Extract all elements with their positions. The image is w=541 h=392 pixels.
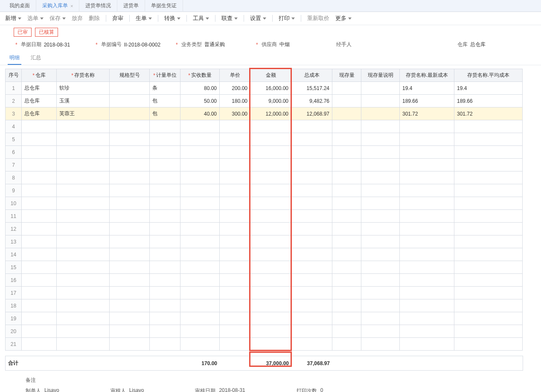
cell-empty[interactable]: [454, 171, 523, 184]
cell-empty[interactable]: [57, 261, 110, 274]
cell-empty[interactable]: [220, 159, 250, 171]
cell-empty[interactable]: [332, 274, 361, 287]
more-button[interactable]: 更多: [335, 15, 352, 22]
cell-empty[interactable]: [250, 235, 291, 248]
cell-empty[interactable]: [180, 120, 220, 133]
cell-empty[interactable]: [110, 235, 150, 248]
cell-empty[interactable]: [150, 146, 180, 159]
cell-empty[interactable]: [250, 159, 291, 171]
cell-empty[interactable]: [180, 312, 220, 325]
cell-empty[interactable]: [332, 133, 361, 146]
cell-empty[interactable]: [291, 133, 332, 146]
cell-empty[interactable]: [250, 133, 291, 146]
cell-empty[interactable]: [332, 338, 361, 351]
col-header-warehouse[interactable]: *仓库: [22, 69, 57, 82]
cell-empty[interactable]: [150, 159, 180, 171]
cell-spec[interactable]: [110, 82, 150, 95]
cell-empty[interactable]: [150, 133, 180, 146]
cell-empty[interactable]: [22, 312, 57, 325]
cell-empty[interactable]: [291, 261, 332, 274]
cell-empty[interactable]: [291, 159, 332, 171]
tab-summary[interactable]: 汇总: [29, 52, 43, 65]
cell-empty[interactable]: [361, 261, 400, 274]
cell-empty[interactable]: [400, 223, 454, 235]
cell-spec[interactable]: [110, 107, 150, 120]
cell-amount[interactable]: 12,000.00: [250, 107, 291, 120]
cell-price[interactable]: 300.00: [220, 107, 250, 120]
cell-empty[interactable]: [220, 120, 250, 133]
cell-empty[interactable]: [332, 299, 361, 312]
cell-seq[interactable]: 2: [6, 95, 22, 107]
cell-empty[interactable]: [250, 171, 291, 184]
cell-warehouse[interactable]: 总仓库: [22, 95, 57, 107]
cell-empty[interactable]: [291, 184, 332, 197]
cell-empty[interactable]: [180, 133, 220, 146]
cell-total_cost[interactable]: 9,482.76: [291, 95, 332, 107]
cell-empty[interactable]: [110, 120, 150, 133]
refetch-button[interactable]: 重新取价: [307, 15, 329, 22]
cell-empty[interactable]: [150, 299, 180, 312]
cell-empty[interactable]: [180, 261, 220, 274]
cell-latest_cost[interactable]: 19.4: [400, 82, 454, 95]
cell-empty[interactable]: [220, 210, 250, 223]
tab-1[interactable]: 采购入库单×: [36, 0, 79, 12]
cell-empty[interactable]: [250, 274, 291, 287]
cell-empty[interactable]: [250, 210, 291, 223]
cell-empty[interactable]: 5: [6, 133, 22, 146]
cell-latest_cost[interactable]: 189.66: [400, 95, 454, 107]
cell-empty[interactable]: [400, 287, 454, 299]
cell-on_hand_note[interactable]: [361, 95, 400, 107]
cell-empty[interactable]: [110, 133, 150, 146]
cell-amount[interactable]: 16,000.00: [250, 82, 291, 95]
cell-empty[interactable]: [22, 223, 57, 235]
cell-empty[interactable]: [361, 120, 400, 133]
cell-empty[interactable]: [150, 261, 180, 274]
cell-uom[interactable]: 条: [150, 82, 180, 95]
cell-on_hand_note[interactable]: [361, 107, 400, 120]
cell-empty[interactable]: [454, 159, 523, 171]
cell-amount[interactable]: 9,000.00: [250, 95, 291, 107]
cell-empty[interactable]: [110, 312, 150, 325]
cell-empty[interactable]: [454, 235, 523, 248]
cell-empty[interactable]: [180, 235, 220, 248]
cell-item[interactable]: 玉溪: [57, 95, 110, 107]
cell-empty[interactable]: [220, 338, 250, 351]
cell-qty[interactable]: 40.00: [180, 107, 220, 120]
cell-empty[interactable]: [220, 274, 250, 287]
cell-empty[interactable]: [57, 197, 110, 210]
cell-empty[interactable]: [180, 171, 220, 184]
cell-empty[interactable]: [400, 120, 454, 133]
cell-empty[interactable]: 16: [6, 274, 22, 287]
cell-empty[interactable]: [57, 312, 110, 325]
cell-empty[interactable]: [220, 299, 250, 312]
cell-empty[interactable]: [22, 184, 57, 197]
cell-empty[interactable]: [57, 338, 110, 351]
cell-empty[interactable]: [332, 120, 361, 133]
cell-empty[interactable]: [110, 274, 150, 287]
convert-button[interactable]: 转换: [164, 15, 180, 22]
cell-empty[interactable]: [180, 159, 220, 171]
cell-empty[interactable]: [220, 133, 250, 146]
cell-empty[interactable]: [220, 287, 250, 299]
cell-empty[interactable]: [291, 274, 332, 287]
cell-empty[interactable]: [150, 210, 180, 223]
cell-empty[interactable]: [180, 184, 220, 197]
cell-on_hand[interactable]: [332, 107, 361, 120]
cell-empty[interactable]: 11: [6, 210, 22, 223]
cell-empty[interactable]: [400, 184, 454, 197]
generate-button[interactable]: 生单: [136, 15, 152, 22]
cell-empty[interactable]: [57, 274, 110, 287]
delete-button[interactable]: 删除: [89, 15, 100, 22]
cell-empty[interactable]: [22, 274, 57, 287]
cell-empty[interactable]: [22, 235, 57, 248]
cell-empty[interactable]: [57, 146, 110, 159]
cell-empty[interactable]: [57, 184, 110, 197]
cell-empty[interactable]: [220, 171, 250, 184]
cell-empty[interactable]: 21: [6, 338, 22, 351]
cell-empty[interactable]: [250, 184, 291, 197]
cell-empty[interactable]: [220, 235, 250, 248]
cell-empty[interactable]: [291, 210, 332, 223]
cell-empty[interactable]: [332, 325, 361, 338]
cell-empty[interactable]: 20: [6, 325, 22, 338]
cell-empty[interactable]: [110, 197, 150, 210]
